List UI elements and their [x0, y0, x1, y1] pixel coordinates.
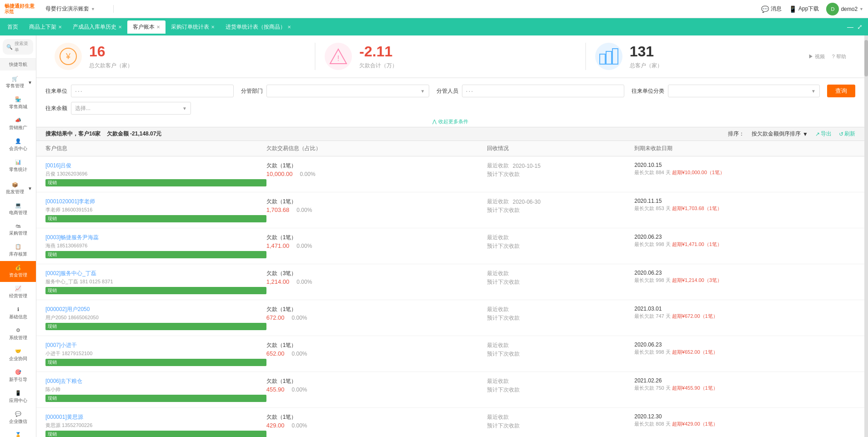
- status-tag: 现销: [45, 323, 266, 330]
- search-placeholder: 搜索菜单: [15, 40, 30, 53]
- overdue-link[interactable]: 超期¥672.00（1笔）: [672, 313, 718, 319]
- tab-customer-ledger[interactable]: 客户账本 ✕: [127, 20, 166, 34]
- overdue-link[interactable]: 超期¥1,214.00（3笔）: [672, 277, 722, 283]
- search-button[interactable]: 查询: [827, 85, 855, 97]
- overdue-link[interactable]: 超期¥10,000.00（1笔）: [672, 170, 725, 175]
- person-input[interactable]: ···: [462, 85, 625, 97]
- sidebar-item-system[interactable]: ⚙ 系统管理: [0, 324, 36, 345]
- customer-name-link[interactable]: [0001020001]李老师: [45, 198, 266, 206]
- sidebar-item-business-mgmt[interactable]: 📈 经营管理: [0, 282, 36, 303]
- collapse-button[interactable]: ⋀ 收起更多条件: [432, 118, 468, 125]
- customer-name-link[interactable]: [0016]吕俊: [45, 162, 266, 170]
- sort-value: 按欠款金额倒序排序: [752, 130, 801, 138]
- status-tag: 现销: [45, 215, 266, 222]
- sidebar-item-member[interactable]: 🏅 畅会员: [0, 428, 36, 437]
- search-menu-input[interactable]: 🔍 搜索菜单: [3, 39, 33, 55]
- sidebar-item-ecommerce[interactable]: 💻 电商管理: [0, 199, 36, 220]
- customer-sub: 服务中心_丁磊 181 0125 8371: [45, 278, 266, 285]
- customer-name-link[interactable]: [000001]黄思源: [45, 413, 266, 421]
- close-icon[interactable]: ✕: [58, 25, 62, 30]
- customer-sub: 海燕 18513066976: [45, 242, 266, 249]
- close-icon[interactable]: ✕: [211, 25, 215, 30]
- overdue-text: 最长欠款 808 天 超期¥429.00（1笔）: [634, 421, 855, 427]
- debt-count: 欠款（1笔）: [266, 234, 487, 241]
- due-date: 2020.06.23: [634, 270, 855, 276]
- sidebar-item-inventory[interactable]: 📋 库存核算: [0, 240, 36, 261]
- category-select[interactable]: ▼: [668, 85, 820, 97]
- sidebar-item-retail-stats[interactable]: 📊 零售统计: [0, 156, 36, 176]
- dept-select[interactable]: ▼: [266, 85, 429, 97]
- sidebar-item-basic-info[interactable]: ℹ 基础信息: [0, 303, 36, 324]
- sidebar-item-member-center[interactable]: 👤 会员中心: [0, 135, 36, 156]
- tab-expand-icon[interactable]: ⤢: [857, 23, 863, 30]
- retail-stats-icon: 📊: [15, 159, 21, 165]
- close-icon[interactable]: ✕: [287, 25, 291, 30]
- results-summary: 搜索结果中，客户16家: [45, 131, 100, 137]
- collection-cell: 最近收款 预计下次收款: [487, 234, 634, 250]
- sidebar-item-app-center[interactable]: 📱 应用中心: [0, 387, 36, 407]
- sidebar-item-quick-nav[interactable]: 快捷导航: [0, 59, 36, 70]
- debtors-label: 总欠款客户（家）: [89, 62, 133, 70]
- from-unit-dots: ···: [75, 87, 83, 95]
- sidebar-item-retail-mall[interactable]: 🏪 零售商城: [0, 93, 36, 114]
- table-row: [0006]去下粮仓 陈小帅 现销 欠款（1笔） 455.90 0.00% 最: [36, 372, 864, 408]
- sidebar-item-wholesale-mgmt[interactable]: 📦 批发管理 ▼: [0, 178, 36, 199]
- svg-text:!: !: [337, 55, 339, 62]
- debt-count: 欠款（1笔）: [266, 198, 487, 206]
- user-menu[interactable]: D demo2 ▼: [826, 3, 863, 15]
- sidebar-item-wechat[interactable]: 💬 企业微信: [0, 407, 36, 428]
- sidebar-item-enterprise[interactable]: 🤝 企业协同: [0, 345, 36, 366]
- customer-name-link[interactable]: [0003]畅捷服务尹海蕊: [45, 234, 266, 241]
- sidebar-item-retail-mgmt[interactable]: 🛒 零售管理 ▼: [0, 72, 36, 93]
- collection-date: 2020-06-30: [512, 199, 540, 205]
- tab-purchase-order[interactable]: 采购订单统计表 ✕: [166, 20, 220, 34]
- wholesale-label: 批发管理: [6, 189, 24, 195]
- table-row: [000001]黄思源 黄思源 13552700226 现销 欠款（1笔） 42…: [36, 408, 864, 437]
- from-unit-input[interactable]: ···: [71, 85, 234, 97]
- filter-from-unit: 往来单位 ···: [45, 85, 234, 97]
- customer-name-link[interactable]: [0002]服务中心_丁磊: [45, 270, 266, 277]
- tab-homepage[interactable]: 首页: [2, 20, 24, 34]
- customer-name-link[interactable]: [0007]小进干: [45, 342, 266, 349]
- overdue-link[interactable]: 超期¥429.00（1笔）: [672, 421, 718, 427]
- export-button[interactable]: ↗ 导出: [815, 130, 832, 138]
- table-row: [0016]吕俊 吕俊 13026203696 现销 欠款（1笔） 10,000…: [36, 156, 864, 192]
- close-icon[interactable]: ✕: [156, 25, 160, 30]
- overdue-text: 最长欠款 747 天 超期¥672.00（1笔）: [634, 313, 855, 320]
- customer-name-link[interactable]: [000002]用户2050: [45, 306, 266, 313]
- debt-amount: 10,000.00: [266, 171, 293, 177]
- overdue-link[interactable]: 超期¥1,703.68（1笔）: [672, 206, 722, 211]
- close-icon[interactable]: ✕: [118, 25, 122, 30]
- right-scrollbar[interactable]: [864, 35, 868, 437]
- debt-percent: 0.00%: [300, 171, 316, 177]
- app-download-button[interactable]: 📱 App下载: [789, 5, 819, 13]
- tab-product-onoff[interactable]: 商品上下架 ✕: [24, 20, 67, 34]
- top-right-actions: 💬 消息 📱 App下载 D demo2 ▼: [761, 3, 863, 15]
- due-date: 2020.06.23: [634, 342, 855, 348]
- message-button[interactable]: 💬 消息: [761, 5, 782, 13]
- refresh-button[interactable]: ↺ 刷新: [839, 130, 855, 138]
- collection-next: 预计下次收款: [487, 314, 634, 322]
- overdue-link[interactable]: 超期¥1,471.00（1笔）: [672, 241, 722, 247]
- sort-select[interactable]: 按欠款金额倒序排序 ▼: [752, 130, 808, 138]
- help-link[interactable]: ? 帮助: [832, 53, 846, 60]
- filter-row-2: 往来余额 选择... ▼: [45, 102, 855, 115]
- tab-minimize-icon[interactable]: —: [847, 23, 853, 30]
- debtors-value: 16: [89, 43, 133, 60]
- tab-production-history[interactable]: 产成品入库单历史 ✕: [67, 20, 127, 34]
- overdue-link[interactable]: 超期¥652.00（1笔）: [672, 349, 718, 355]
- scrollbar-thumb[interactable]: [864, 40, 868, 76]
- tab-purchase-stats[interactable]: 进货单统计表（按商品） ✕: [220, 20, 296, 34]
- sidebar-item-marketing[interactable]: 📣 营销推广: [0, 114, 36, 135]
- customer-sub: 黄思源 13552700226: [45, 422, 266, 429]
- sidebar-item-purchase-mgmt[interactable]: 🛍 采购管理: [0, 220, 36, 240]
- overdue-link[interactable]: 超期¥455.90（1笔）: [672, 385, 718, 391]
- store-selector[interactable]: 母婴行业演示账套 ▼: [41, 5, 114, 13]
- customer-name-link[interactable]: [0006]去下粮仓: [45, 377, 266, 385]
- sidebar-item-finance[interactable]: 💰 资金管理: [0, 261, 36, 282]
- sidebar-item-beginner[interactable]: 🎯 新手引导: [0, 366, 36, 387]
- balance-select[interactable]: 选择... ▼: [71, 102, 191, 115]
- video-link[interactable]: ▶ 视频: [808, 53, 825, 60]
- debt-total-value: -2.11: [359, 43, 397, 60]
- balance-label: 往来余额: [45, 105, 67, 112]
